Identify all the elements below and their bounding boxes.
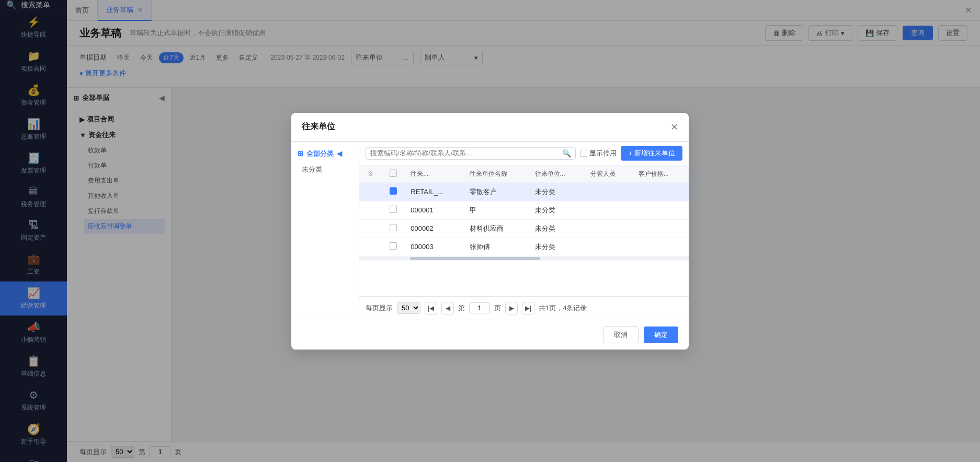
page-suffix-label: 页 [494, 303, 501, 313]
table-scroll-bar[interactable] [359, 256, 689, 261]
row-checkbox[interactable] [390, 242, 397, 250]
table-body: RETAIL_... 零散客户 未分类 [359, 183, 689, 256]
th-category: 往来单位... [530, 165, 585, 183]
header-checkbox[interactable] [390, 170, 397, 177]
row-check[interactable] [381, 219, 405, 238]
add-partner-label: 新增往来单位 [634, 149, 675, 158]
table-header-row: ⚙ 往来... 往来单位名称 [359, 165, 689, 183]
last-page-button[interactable]: ▶| [522, 302, 534, 314]
modal-category-header[interactable]: ⊞ 全部分类 ◀ [291, 146, 359, 162]
current-page-input[interactable] [469, 302, 490, 313]
row-code: 000002 [405, 219, 464, 238]
modal-category-unclassified[interactable]: 未分类 [291, 162, 359, 177]
row-setting [359, 183, 381, 201]
modal-search-wrap: 🔍 [366, 147, 576, 160]
total-records-text: 共1页，4条记录 [539, 303, 587, 313]
row-category: 未分类 [530, 201, 585, 219]
th-setting[interactable]: ⚙ [359, 165, 381, 183]
confirm-button[interactable]: 确定 [644, 326, 678, 343]
page-number-label: 第 [458, 303, 465, 313]
row-salesperson [585, 183, 633, 201]
row-category: 未分类 [530, 238, 585, 256]
row-name: 张师傅 [464, 238, 530, 256]
modal-header: 往来单位 ✕ [291, 113, 689, 142]
row-salesperson [585, 238, 633, 256]
row-check[interactable] [381, 201, 405, 219]
row-code: 000003 [405, 238, 464, 256]
partner-modal: 往来单位 ✕ ⊞ 全部分类 ◀ 未分类 [291, 113, 689, 350]
show-disabled-wrap: 显示停用 [580, 149, 617, 158]
row-checkbox[interactable] [390, 187, 397, 195]
row-checkbox[interactable] [390, 206, 397, 213]
row-price-level [633, 238, 689, 256]
row-check[interactable] [381, 183, 405, 201]
table-row[interactable]: 000002 材料供应商 未分类 [359, 219, 689, 238]
th-check [381, 165, 405, 183]
table-row[interactable]: 000001 甲 未分类 [359, 201, 689, 219]
row-name: 零散客户 [464, 183, 530, 201]
per-page-label: 每页显示 [366, 303, 393, 313]
modal-overlay: 往来单位 ✕ ⊞ 全部分类 ◀ 未分类 [0, 0, 980, 462]
row-code: RETAIL_... [405, 183, 464, 201]
category-grid-icon: ⊞ [298, 150, 303, 157]
first-page-button[interactable]: |◀ [425, 302, 437, 314]
row-price-level [633, 183, 689, 201]
modal-search-input[interactable] [370, 149, 560, 157]
row-price-level [633, 201, 689, 219]
th-price-level: 客户价格... [633, 165, 689, 183]
cancel-button[interactable]: 取消 [603, 326, 639, 343]
row-checkbox[interactable] [390, 224, 397, 231]
row-setting [359, 238, 381, 256]
row-name: 材料供应商 [464, 219, 530, 238]
modal-body: ⊞ 全部分类 ◀ 未分类 🔍 显示停用 [291, 142, 689, 320]
table-row[interactable]: RETAIL_... 零散客户 未分类 [359, 183, 689, 201]
add-partner-button[interactable]: + 新增往来单位 [621, 146, 682, 161]
row-setting [359, 219, 381, 238]
next-page-button[interactable]: ▶ [505, 302, 518, 314]
row-salesperson [585, 201, 633, 219]
row-name: 甲 [464, 201, 530, 219]
row-category: 未分类 [530, 183, 585, 201]
modal-category-collapse-button[interactable]: ◀ [337, 150, 342, 157]
table-row[interactable]: 000003 张师傅 未分类 [359, 238, 689, 256]
modal-content-panel: 🔍 显示停用 + 新增往来单位 [359, 142, 689, 320]
show-disabled-label: 显示停用 [589, 149, 617, 158]
row-setting [359, 201, 381, 219]
modal-pagination: 每页显示 50 |◀ ◀ 第 页 ▶ ▶| 共1页，4条记录 [359, 296, 689, 320]
row-category: 未分类 [530, 219, 585, 238]
th-code: 往来... [405, 165, 464, 183]
modal-toolbar: 🔍 显示停用 + 新增往来单位 [359, 142, 689, 165]
modal-actions: 取消 确定 [291, 320, 689, 350]
row-price-level [633, 219, 689, 238]
partner-table: ⚙ 往来... 往来单位名称 [359, 165, 689, 256]
th-name: 往来单位名称 [464, 165, 530, 183]
prev-page-button[interactable]: ◀ [441, 302, 454, 314]
table-scroll-thumb [410, 257, 540, 260]
modal-close-button[interactable]: ✕ [670, 121, 678, 133]
table-header: ⚙ 往来... 往来单位名称 [359, 165, 689, 183]
modal-title: 往来单位 [302, 121, 335, 132]
category-title: 全部分类 [306, 149, 334, 159]
add-icon: + [628, 149, 632, 157]
per-page-select[interactable]: 50 [397, 302, 420, 314]
show-disabled-checkbox[interactable] [580, 150, 587, 157]
modal-table: ⚙ 往来... 往来单位名称 [359, 165, 689, 296]
row-salesperson [585, 219, 633, 238]
row-code: 000001 [405, 201, 464, 219]
modal-category-panel: ⊞ 全部分类 ◀ 未分类 [291, 142, 359, 320]
modal-search-icon: 🔍 [562, 149, 571, 157]
th-salesperson: 分管人员 [585, 165, 633, 183]
row-check[interactable] [381, 238, 405, 256]
